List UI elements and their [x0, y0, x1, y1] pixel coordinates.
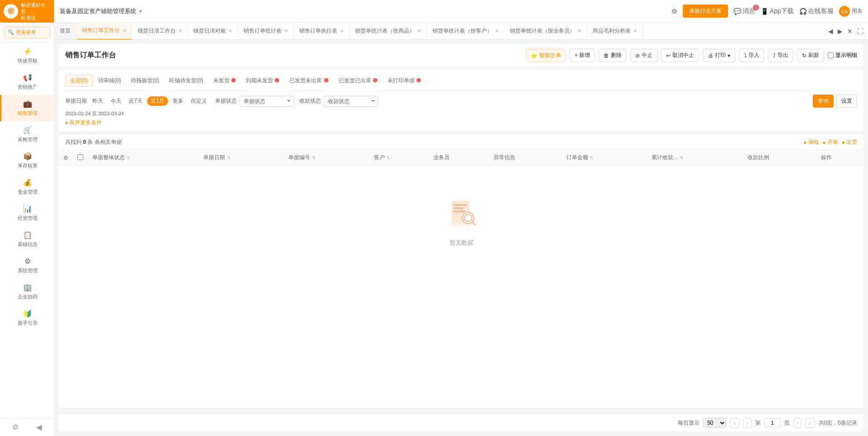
tab-sales-workbench[interactable]: 销售订单工作台 ✕: [77, 23, 132, 40]
per-page-select[interactable]: 50 10 20 100: [703, 418, 726, 428]
tab-close-cargo-stat-customer[interactable]: ✕: [495, 28, 499, 33]
sort-collected-icon[interactable]: ⇅: [680, 155, 683, 160]
filter-tab-shipped-out[interactable]: 已发货已出库 ❶: [334, 75, 382, 86]
payment-filter-select[interactable]: 收款状态: [324, 96, 378, 107]
filter-settings-button[interactable]: 设置: [836, 95, 857, 108]
tab-close-cash-reconcile[interactable]: ✕: [229, 28, 232, 33]
col-checkbox[interactable]: [73, 150, 88, 166]
message-button[interactable]: 💬 消息 6: [734, 7, 755, 15]
unreviewed-button[interactable]: ● 弃审: [823, 138, 838, 146]
refresh-button[interactable]: ↻ 刷新: [797, 49, 824, 62]
sidebar-item-basic-info[interactable]: 📋 基础信息: [0, 226, 54, 252]
table-scroll-area[interactable]: ⚙ 单据整体状态 ⇅ 单据日期 ⇅: [59, 150, 863, 408]
filter-tab-wangpu-pending[interactable]: 旺铺待发货(0): [165, 75, 208, 86]
smart-generate-button[interactable]: ⭐ 智能生单: [526, 49, 566, 62]
export-button[interactable]: ⤴ 导出: [768, 49, 793, 62]
filter-tab-not-shipped[interactable]: 未发货 ❶: [209, 75, 240, 86]
sidebar-item-guide[interactable]: 🔰 新手引导: [0, 305, 54, 331]
online-support-button[interactable]: 🎧 在线客服: [799, 7, 834, 15]
settings-gear-button[interactable]: ⚙: [671, 8, 677, 15]
review-button[interactable]: ● 审核: [803, 138, 819, 146]
filter-tab-expired-not-shipped[interactable]: 到期未发货 ❶: [241, 75, 284, 86]
filter-tab-not-printed[interactable]: 未打印单据 ❶: [383, 75, 426, 86]
horizontal-scrollbar[interactable]: [59, 408, 863, 414]
print-button[interactable]: 🖨 打印 ▾: [703, 49, 735, 62]
tab-sales-stat[interactable]: 销售订单统计表 ✕: [238, 23, 294, 40]
show-detail-checkbox-label[interactable]: 显示明细: [828, 52, 857, 59]
app-download-button[interactable]: 📱 App下载: [761, 7, 794, 15]
date-btn-more[interactable]: 更多: [170, 96, 186, 106]
sidebar-item-inventory[interactable]: 📦 库存核算: [0, 147, 54, 174]
col-salesman: 业务员: [429, 150, 489, 166]
content-area: 销售订单工作台 ⭐ 智能生单 + 新增 🗑 删除 ⊘ 中止 ↩: [54, 40, 868, 436]
select-all-checkbox[interactable]: [77, 154, 83, 160]
tab-cargo-stat-salesman[interactable]: 销货单统计表（按业务员） ✕: [504, 23, 587, 40]
sidebar-item-quick-nav[interactable]: ⚡ 快捷导航: [0, 43, 54, 69]
tab-close-sales-stat[interactable]: ✕: [284, 28, 288, 33]
tab-home[interactable]: 首页: [54, 23, 77, 40]
filter-tab-pending-inspection[interactable]: 待拣验货(0): [126, 75, 164, 86]
prev-page-button[interactable]: ‹: [743, 418, 751, 428]
unreviewed-dot: ●: [823, 139, 826, 146]
solution-button[interactable]: 体验行业方案: [683, 5, 728, 18]
tab-close-sales-workbench[interactable]: ✕: [123, 28, 126, 33]
cancel-stop-button[interactable]: ↩ 取消中止: [661, 49, 699, 62]
query-button[interactable]: 查询: [813, 95, 834, 108]
sidebar-item-purchase[interactable]: 🛒 采购管理: [0, 121, 54, 147]
system-dropdown-button[interactable]: ▾: [139, 8, 142, 14]
sort-date-icon[interactable]: ⇅: [227, 155, 230, 160]
tab-close-cash-daily[interactable]: ✕: [178, 28, 182, 33]
tab-profit-analysis[interactable]: 商品毛利分析表 ✕: [587, 23, 643, 40]
tab-close-profit-analysis[interactable]: ✕: [633, 28, 637, 33]
delete-button[interactable]: 🗑 删除: [599, 49, 627, 62]
tab-scroll-right-button[interactable]: ▶: [836, 26, 844, 37]
tab-cargo-stat-customer[interactable]: 销货单统计表（按客户） ✕: [427, 23, 504, 40]
collapse-sidebar-button[interactable]: ◀: [36, 423, 42, 431]
tab-sales-exec[interactable]: 销售订单执行表 ✕: [294, 23, 350, 40]
sort-amount-icon[interactable]: ⇅: [590, 155, 593, 160]
col-config[interactable]: ⚙: [59, 150, 73, 166]
filter-tab-shipped-not-in[interactable]: 已发货未出库 ❶: [285, 75, 333, 86]
sort-number-icon[interactable]: ⇅: [312, 155, 316, 160]
user-menu-button[interactable]: Ea 用友: [839, 6, 863, 17]
expand-more-button[interactable]: ▾ 展开更多条件: [65, 119, 857, 127]
tab-close-cargo-stat-salesman[interactable]: ✕: [578, 28, 581, 33]
status-filter-select[interactable]: 单据状态: [240, 96, 294, 107]
show-detail-checkbox[interactable]: [828, 52, 834, 58]
date-btn-today[interactable]: 今天: [108, 96, 124, 106]
tab-cargo-stat-product[interactable]: 销货单统计表（按商品） ✕: [350, 23, 427, 40]
tab-cash-reconcile[interactable]: 钱货日清对账 ✕: [188, 23, 238, 40]
import-button[interactable]: ⤵ 导入: [739, 49, 764, 62]
date-btn-1month[interactable]: 近1月: [147, 96, 168, 106]
export-icon: ⤴: [773, 52, 776, 59]
page-number-input[interactable]: [764, 418, 781, 427]
tab-close-cargo-stat-product[interactable]: ✕: [417, 28, 421, 33]
add-button[interactable]: + 新增: [570, 49, 595, 62]
filter-tab-pending-review[interactable]: 待审核(0): [94, 75, 126, 86]
stop-button[interactable]: ⊘ 中止: [630, 49, 657, 62]
tab-close-all-button[interactable]: ✕: [845, 26, 854, 37]
sidebar-item-finance[interactable]: 💰 资金管理: [0, 174, 54, 200]
sidebar-item-sales[interactable]: 💼 销售管理: [0, 95, 54, 121]
sidebar-item-system[interactable]: ⚙ 系统管理: [0, 252, 54, 279]
sort-customer-icon[interactable]: ⇅: [386, 155, 390, 160]
sidebar-item-operations[interactable]: 📊 经营管理: [0, 200, 54, 226]
user-avatar: Ea: [839, 6, 850, 17]
filter-tab-all[interactable]: 全部(0): [65, 75, 93, 87]
tab-cash-daily[interactable]: 钱货日清工作台 ✕: [132, 23, 188, 40]
first-page-button[interactable]: «: [730, 418, 739, 428]
tab-close-sales-exec[interactable]: ✕: [340, 28, 344, 33]
tab-fullscreen-button[interactable]: ⛶: [855, 26, 865, 37]
ship-button[interactable]: ● 发货: [842, 138, 857, 146]
next-page-button[interactable]: ›: [793, 418, 801, 428]
date-btn-yesterday[interactable]: 昨天: [90, 96, 106, 106]
search-menu-button[interactable]: 🔍 搜索菜单: [4, 26, 50, 38]
settings-button[interactable]: ⚙: [12, 423, 19, 431]
date-btn-7days[interactable]: 近7天: [126, 96, 145, 106]
sort-status-icon[interactable]: ⇅: [126, 155, 130, 160]
last-page-button[interactable]: »: [805, 418, 815, 428]
tab-scroll-left-button[interactable]: ◀: [826, 26, 835, 37]
date-btn-custom[interactable]: 自定义: [188, 96, 210, 106]
sidebar-item-marketing[interactable]: 📢 营销推广: [0, 69, 54, 95]
sidebar-item-enterprise[interactable]: 🏢 企业协同: [0, 279, 54, 305]
